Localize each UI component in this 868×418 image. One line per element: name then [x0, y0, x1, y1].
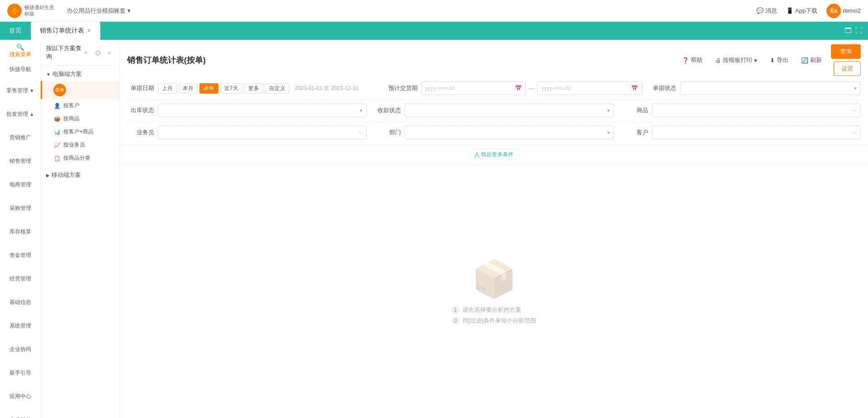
date-label: 单据日期	[127, 84, 154, 92]
query-button[interactable]: 查询	[831, 44, 861, 59]
chevron-down-icon: ▾	[607, 130, 610, 136]
scheme-group-mobile: ▶ 移动端方案	[41, 166, 119, 184]
order-status-select[interactable]: ▾	[680, 81, 861, 95]
empty-tips: 1 请先选择要分析的方案 2 用[过滤]条件来缩小分析范围	[452, 306, 536, 325]
filter-row-3: 业务员 ··· 部门 ▾	[127, 126, 861, 139]
main-layout: 🔍 搜索菜单 快捷导航 零售管理 ▼ 批发管理 ▲ 营销推广 销售管理 电商管理…	[0, 40, 868, 418]
department-select[interactable]: ▾	[405, 126, 613, 139]
sidebar-item-enterprise[interactable]: 企业协同	[0, 337, 40, 361]
scheme-group-pc: ▼ 电脑端方案 按单 👤 按客户 📦 按商品	[41, 66, 119, 166]
sidebar-item-retail[interactable]: 零售管理 ▼	[0, 79, 40, 102]
page-title: 销售订单统计表(按单)	[127, 55, 206, 66]
refresh-button[interactable]: 🔄 刷新	[797, 54, 826, 66]
date-btn-custom[interactable]: 自定义	[265, 83, 289, 94]
filter-section: 单据日期 上月 本月 本年 近7天 更多 自定义 2023-01-01 至 20…	[120, 76, 868, 145]
filter-divider-2	[127, 122, 861, 122]
help-button[interactable]: ❓ 帮助	[678, 54, 706, 66]
empty-state: 📦 1 请先选择要分析的方案 2 用[过滤]条件来缩小分析范围	[120, 164, 868, 418]
tab-sales-stat[interactable]: 销售订单统计表 ✕	[31, 22, 100, 40]
sidebar-item-marketing[interactable]: 营销推广	[0, 126, 40, 149]
date-btn-this-month[interactable]: 本月	[179, 83, 198, 94]
date-quick-buttons: 上月 本月 本年 近7天 更多 自定义	[158, 83, 289, 94]
scheme-item-by-customer[interactable]: 👤 按客户	[41, 99, 119, 112]
collapse-scheme-button[interactable]: «	[105, 48, 114, 57]
page-actions: ❓ 帮助 🖨 按模板打印 ▾ ⬇ 导出 🔄 刷新	[678, 44, 861, 76]
export-icon: ⬇	[770, 57, 775, 64]
company-selector[interactable]: 办公用品行业模拟账套 ▾	[67, 7, 131, 15]
customer-select[interactable]: ···	[652, 126, 861, 139]
tab-home[interactable]: 首页	[0, 22, 31, 40]
date-btn-last-month[interactable]: 上月	[158, 83, 177, 94]
user-menu[interactable]: Ea demo2	[826, 4, 861, 18]
add-scheme-button[interactable]: +	[81, 48, 90, 57]
date-separator: —	[528, 85, 534, 92]
tab-close-icon[interactable]: ✕	[87, 28, 91, 34]
payment-status-select[interactable]: ▾	[405, 104, 613, 117]
date-btn-this-year[interactable]: 本年	[199, 83, 218, 94]
collapse-button[interactable]: ⋀ 收起更多条件	[469, 149, 519, 160]
date-range-text: 2023-01-01 至 2023-12-31	[295, 85, 359, 92]
filter-divider	[127, 100, 861, 100]
sidebar-item-sys-mgmt[interactable]: 系统管理	[0, 314, 40, 337]
sidebar-item-new-guide[interactable]: 新手引导	[0, 361, 40, 385]
minimize-icon[interactable]: 🗖	[844, 27, 852, 35]
customer-product-icon: 📊	[53, 128, 61, 136]
sidebar-item-purchase[interactable]: 采购管理	[0, 196, 40, 220]
sidebar-item-ecommerce[interactable]: 电商管理	[0, 173, 40, 196]
sidebar-item-app-center[interactable]: 应用中心	[0, 385, 40, 408]
customer-label: 客户	[621, 128, 648, 137]
phone-icon: 📱	[786, 7, 793, 14]
help-icon: ❓	[682, 57, 689, 64]
export-button[interactable]: ⬇ 导出	[766, 54, 792, 66]
delivery-date-range: yyyy-mm-dd 📅 — yyyy-mm-dd 📅	[421, 81, 642, 95]
scheme-group-header-mobile[interactable]: ▶ 移动端方案	[41, 168, 119, 182]
expand-icon[interactable]: ⛶	[855, 27, 863, 35]
collapse-row: ⋀ 收起更多条件	[120, 145, 868, 164]
salesperson-icon: 📈	[53, 142, 61, 149]
scheme-item-by-customer-product[interactable]: 📊 按客户+商品	[41, 125, 119, 138]
product-select[interactable]: ···	[652, 104, 861, 117]
scheme-item-by-category[interactable]: 📋 按商品分类	[41, 152, 119, 165]
scheme-item-by-order[interactable]: 按单	[41, 81, 119, 99]
active-scheme-indicator: 按单	[53, 84, 66, 96]
sidebar-item-operations[interactable]: 经营管理	[0, 267, 40, 290]
quick-nav-button[interactable]: 快捷导航	[0, 62, 40, 77]
logo-icon: 🔶	[7, 4, 22, 18]
scheme-panel: 按以下方案查询 + ⊙ « ▼ 电脑端方案 按单	[41, 40, 120, 418]
more-dots-icon: ···	[852, 129, 857, 136]
filter-section-wrapper: 单据日期 上月 本月 本年 近7天 更多 自定义 2023-01-01 至 20…	[120, 76, 868, 164]
calendar-icon: 📅	[631, 85, 638, 91]
app-download-button[interactable]: 📱 App下载	[786, 7, 817, 15]
template-print-button[interactable]: 🖨 按模板打印 ▾	[712, 54, 761, 66]
top-bar: 🔶 畅捷通好生意 标版 办公用品行业模拟账套 ▾ 💬 消息 📱 App下载 Ea…	[0, 0, 868, 22]
sidebar-item-inventory[interactable]: 库存核算	[0, 220, 40, 243]
ship-status-select[interactable]: ▾	[158, 104, 367, 117]
filter-row-1: 单据日期 上月 本月 本年 近7天 更多 自定义 2023-01-01 至 20…	[127, 81, 861, 95]
chevron-down-icon: ▼	[46, 72, 51, 77]
ship-status-label: 出库状态	[127, 106, 154, 114]
order-status-label: 单据状态	[649, 84, 676, 92]
scheme-group-header-pc[interactable]: ▼ 电脑端方案	[41, 67, 119, 81]
salesperson-label: 业务员	[127, 128, 154, 137]
more-dots-icon: ···	[852, 107, 857, 114]
sidebar-item-sales-mgmt[interactable]: 销售管理	[0, 149, 40, 173]
message-button[interactable]: 💬 消息	[756, 7, 777, 15]
edit-scheme-button[interactable]: ⊙	[93, 48, 102, 57]
sidebar-item-corp-wechat[interactable]: 企业微信	[0, 408, 40, 418]
date-btn-more[interactable]: 更多	[244, 83, 263, 94]
scheme-item-by-product[interactable]: 📦 按商品	[41, 112, 119, 125]
chevron-right-icon: ▶	[46, 173, 50, 178]
date-btn-7days[interactable]: 近7天	[220, 83, 242, 94]
delivery-date-end[interactable]: yyyy-mm-dd 📅	[537, 81, 642, 95]
chevron-down-icon: ▾	[607, 108, 610, 114]
print-icon: 🖨	[715, 57, 721, 64]
product-label: 商品	[621, 106, 648, 114]
salesperson-select[interactable]: ···	[158, 126, 367, 139]
delivery-date-start[interactable]: yyyy-mm-dd 📅	[421, 81, 526, 95]
sidebar-item-finance[interactable]: 资金管理	[0, 243, 40, 267]
sidebar-item-wholesale[interactable]: 批发管理 ▲	[0, 102, 40, 126]
settings-button[interactable]: 设置	[834, 62, 861, 76]
scheme-item-by-salesperson[interactable]: 📈 按业务员	[41, 138, 119, 152]
sidebar-item-basic-info[interactable]: 基础信息	[0, 290, 40, 314]
search-menu-button[interactable]: 🔍 搜索菜单	[0, 40, 40, 62]
